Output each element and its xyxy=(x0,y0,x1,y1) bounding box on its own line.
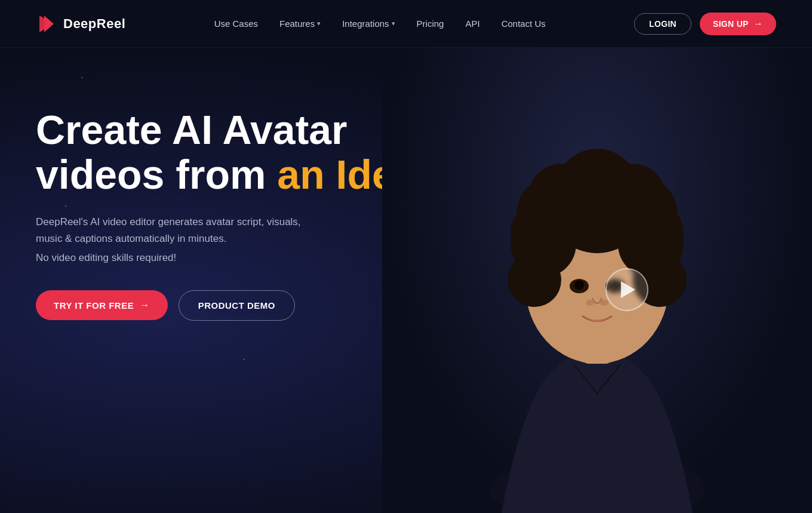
hero-subtitle: DeepReel's AI video editor generates ava… xyxy=(36,214,358,247)
hero-title: Create AI Avatar videos from an Idea xyxy=(36,107,418,197)
navbar: DeepReel Use Cases Features ▾ Integratio… xyxy=(0,0,812,48)
hero-visual xyxy=(382,48,812,513)
svg-point-16 xyxy=(624,202,684,262)
chevron-down-icon: ▾ xyxy=(317,20,321,27)
svg-point-22 xyxy=(600,300,608,306)
svg-point-21 xyxy=(586,300,594,306)
hero-section: Create AI Avatar videos from an Idea Dee… xyxy=(0,48,812,513)
logo-link[interactable]: DeepReel xyxy=(36,13,125,35)
nav-item-features[interactable]: Features ▾ xyxy=(279,19,321,29)
nav-item-use-cases[interactable]: Use Cases xyxy=(214,19,258,29)
nav-actions: LOGIN SIGN UP → xyxy=(634,13,776,35)
login-button[interactable]: LOGIN xyxy=(634,13,691,35)
logo-icon xyxy=(36,13,57,35)
svg-marker-1 xyxy=(44,16,54,32)
nav-item-api[interactable]: API xyxy=(465,19,479,29)
hero-no-skill: No video editing skills required! xyxy=(36,252,418,264)
arrow-right-icon: → xyxy=(140,300,150,311)
svg-point-19 xyxy=(574,280,584,290)
arrow-right-icon: → xyxy=(753,19,763,29)
nav-item-pricing[interactable]: Pricing xyxy=(417,19,444,29)
play-icon xyxy=(621,281,635,298)
signup-button[interactable]: SIGN UP → xyxy=(700,13,776,35)
nav-item-integrations[interactable]: Integrations ▾ xyxy=(342,19,395,29)
try-free-button[interactable]: TRY IT FOR FREE → xyxy=(36,290,168,320)
chevron-down-icon: ▾ xyxy=(392,20,395,27)
play-button[interactable] xyxy=(605,268,648,311)
product-demo-button[interactable]: PRODUCT DEMO xyxy=(179,290,295,321)
svg-point-15 xyxy=(510,202,570,262)
nav-links: Use Cases Features ▾ Integrations ▾ Pric… xyxy=(214,19,546,29)
logo-text: DeepReel xyxy=(63,16,125,32)
hero-buttons: TRY IT FOR FREE → PRODUCT DEMO xyxy=(36,290,418,321)
nav-item-contact[interactable]: Contact Us xyxy=(502,19,546,29)
avatar-image xyxy=(424,59,770,513)
svg-point-14 xyxy=(555,149,639,232)
hero-content: Create AI Avatar videos from an Idea Dee… xyxy=(36,96,418,321)
